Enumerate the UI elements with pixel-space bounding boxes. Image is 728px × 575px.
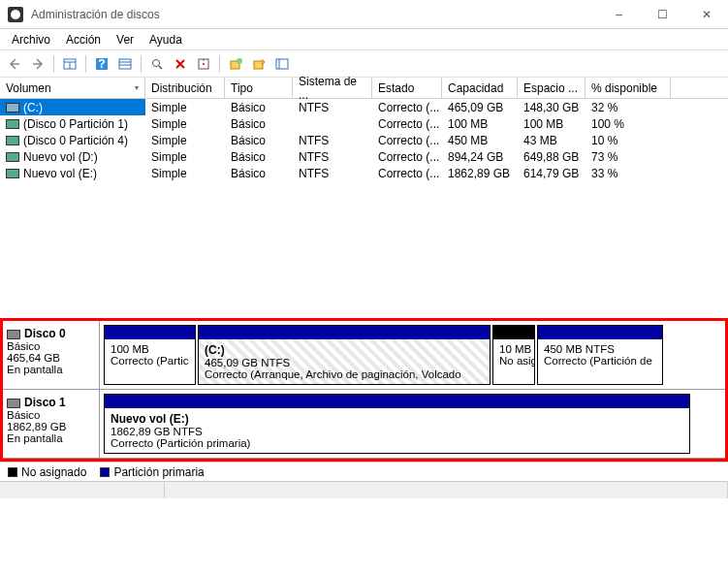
volume-row[interactable]: (Disco 0 Partición 1)SimpleBásicoCorrect… [0,115,728,132]
col-tipo[interactable]: Tipo [225,78,293,98]
partition[interactable]: Nuevo vol (E:)1862,89 GB NTFSCorrecto (P… [104,394,690,454]
view-button[interactable] [59,53,80,75]
svg-point-14 [237,58,242,64]
maximize-button[interactable]: ☐ [641,0,684,29]
svg-rect-5 [119,59,131,69]
menu-archivo[interactable]: Archivo [4,31,58,48]
col-distribucion[interactable]: Distribución [145,78,225,98]
svg-rect-16 [276,59,288,69]
svg-rect-15 [254,61,263,69]
volume-icon [6,152,19,162]
disk-info[interactable]: Disco 0Básico465,64 GBEn pantalla [3,321,100,389]
disk-icon [7,399,20,408]
legend-primaria: Partición primaria [113,465,204,479]
svg-text:?: ? [98,57,105,71]
partition[interactable]: (C:)465,09 GB NTFSCorrecto (Arranque, Ar… [198,325,491,385]
svg-point-11 [203,63,205,65]
disk-icon [7,330,20,339]
svg-point-8 [153,59,160,66]
statusbar [0,481,728,498]
volume-list[interactable]: (C:)SimpleBásicoNTFSCorrecto (...465,09 … [0,99,728,318]
volume-icon [6,169,19,178]
volume-icon [6,119,19,129]
col-estado[interactable]: Estado [372,78,442,98]
volume-icon [6,136,19,145]
menu-accion[interactable]: Acción [58,31,109,48]
close-button[interactable]: ✕ [684,0,728,29]
partition[interactable]: 450 MB NTFSCorrecto (Partición de [537,325,663,385]
titlebar: Administración de discos – ☐ ✕ [0,0,728,29]
disk-graphical-pane: Disco 0Básico465,64 GBEn pantalla100 MBC… [0,318,728,462]
list-button[interactable] [114,53,136,75]
legend-noasig: No asignado [21,465,86,479]
disk-row: Disco 1Básico1862,89 GBEn pantallaNuevo … [3,390,725,459]
volume-row[interactable]: Nuevo vol (D:)SimpleBásicoNTFSCorrecto (… [0,148,728,165]
col-capacidad[interactable]: Capacidad [442,78,518,98]
new-volume-button[interactable] [225,53,246,75]
swatch-unallocated-icon [8,467,17,477]
back-button[interactable] [4,53,25,75]
delete-button[interactable] [170,53,191,75]
volume-row[interactable]: Nuevo vol (E:)SimpleBásicoNTFSCorrecto (… [0,165,728,181]
volume-row[interactable]: (C:)SimpleBásicoNTFSCorrecto (...465,09 … [0,99,728,115]
menubar: Archivo Acción Ver Ayuda [0,29,728,50]
forward-button[interactable] [27,53,48,75]
volume-row[interactable]: (Disco 0 Partición 4)SimpleBásicoNTFSCor… [0,132,728,148]
attach-vhd-button[interactable] [248,53,269,75]
properties-button[interactable] [193,53,214,75]
col-sistema[interactable]: Sistema de ... [293,78,372,98]
svg-line-9 [159,66,162,69]
menu-ver[interactable]: Ver [109,31,142,48]
help-button[interactable]: ? [91,53,112,75]
swatch-primary-icon [100,467,110,477]
column-headers: Volumen▾ Distribución Tipo Sistema de ..… [0,78,728,99]
col-volumen[interactable]: Volumen▾ [0,78,145,98]
col-espacio[interactable]: Espacio ... [518,78,586,98]
legend: No asignado Partición primaria [0,462,728,481]
volume-icon [6,103,19,112]
search-button[interactable] [146,53,168,75]
disk-row: Disco 0Básico465,64 GBEn pantalla100 MBC… [3,321,725,390]
detach-vhd-button[interactable] [271,53,293,75]
disk-info[interactable]: Disco 1Básico1862,89 GBEn pantalla [3,390,100,458]
minimize-button[interactable]: – [597,0,641,29]
window-title: Administración de discos [31,8,597,21]
app-icon [8,7,23,22]
col-disponible[interactable]: % disponible [586,78,671,98]
menu-ayuda[interactable]: Ayuda [142,31,190,48]
partition[interactable]: 10 MBNo asig [492,325,535,385]
partition[interactable]: 100 MBCorrecto (Partic [104,325,196,385]
